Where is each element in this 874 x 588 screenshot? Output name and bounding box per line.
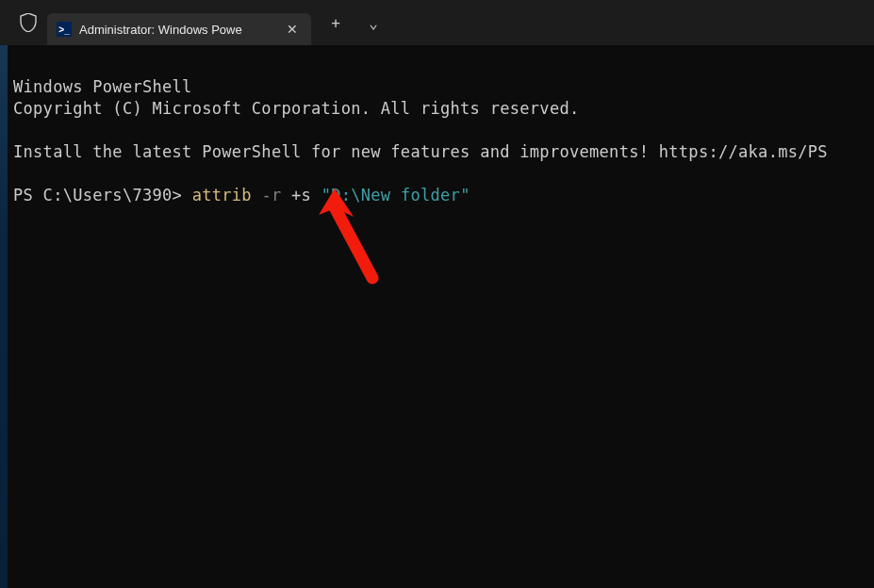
command-path-arg: "D:\New folder" bbox=[322, 186, 470, 204]
new-tab-button[interactable]: + bbox=[317, 7, 355, 39]
terminal-line: Install the latest PowerShell for new fe… bbox=[13, 142, 828, 161]
tab-powershell[interactable]: >_ Administrator: Windows Powe ✕ bbox=[47, 13, 311, 45]
command-flag: +s bbox=[291, 186, 311, 204]
command-name: attrib bbox=[192, 186, 252, 204]
tab-close-button[interactable]: ✕ bbox=[283, 20, 302, 39]
titlebar: >_ Administrator: Windows Powe ✕ + ⌄ bbox=[0, 0, 874, 45]
command-flag: -r bbox=[261, 186, 281, 204]
admin-shield-icon bbox=[9, 13, 47, 32]
terminal-output[interactable]: Windows PowerShell Copyright (C) Microso… bbox=[0, 45, 874, 206]
terminal-line: Copyright (C) Microsoft Corporation. All… bbox=[13, 99, 580, 118]
powershell-icon: >_ bbox=[57, 22, 72, 37]
terminal-prompt: PS C:\Users\7390> bbox=[13, 186, 182, 204]
tab-dropdown-button[interactable]: ⌄ bbox=[355, 7, 392, 39]
terminal-line: Windows PowerShell bbox=[13, 77, 192, 96]
tab-title: Administrator: Windows Powe bbox=[79, 23, 275, 37]
